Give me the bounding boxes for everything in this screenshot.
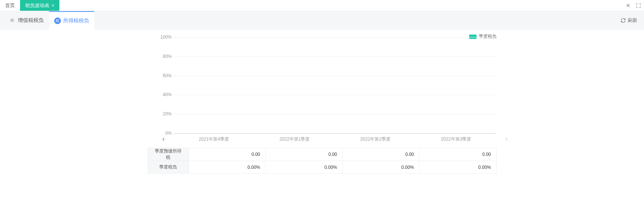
chevron-left-icon[interactable]: ‹: [163, 135, 165, 143]
table-cell: 0.00: [343, 148, 419, 161]
chart-x-axis: ‹ › 2021年第4季度2022年第1季度2022年第2季度2022年第3季度: [174, 134, 497, 145]
y-tick-label: 40%: [155, 92, 172, 97]
grid-line: [174, 37, 497, 37]
row-header: 季度预缴所得税: [148, 148, 189, 161]
x-tick-label: 2021年第4季度: [174, 136, 255, 142]
x-tick-label: 2022年第1季度: [254, 136, 335, 142]
x-tick-label: 2022年第2季度: [335, 136, 416, 142]
page-tab-tax-fluctuation-label: 税负波动表: [25, 2, 49, 9]
table-cell: 0.00: [189, 148, 265, 161]
sub-tab-vat[interactable]: 税 增值税税负: [4, 11, 49, 30]
sub-tab-income[interactable]: 税 所得税税负: [49, 11, 94, 30]
grid-line: [174, 76, 497, 76]
grid-line: [174, 95, 497, 95]
table-row: 季度预缴所得税0.000.000.000.00: [148, 148, 496, 161]
page-tab-home-label: 首页: [5, 2, 15, 9]
content-area: 季度税负 0%20%40%60%80%100% ‹ › 2021年第4季度202…: [0, 30, 644, 174]
refresh-button[interactable]: 刷新: [621, 11, 637, 30]
x-tick-label: 2022年第3季度: [416, 136, 497, 142]
y-tick-label: 100%: [155, 35, 172, 40]
y-tick-label: 20%: [155, 111, 172, 116]
table-row: 季度税负0.00%0.00%0.00%0.00%: [148, 161, 496, 174]
refresh-icon: [621, 18, 626, 23]
chevron-right-icon[interactable]: ›: [506, 135, 508, 143]
vat-icon: 税: [9, 17, 16, 24]
sub-tab-income-label: 所得税税负: [63, 17, 89, 24]
grid-line: [174, 114, 497, 114]
grid-line: [174, 56, 497, 57]
chart: 季度税负 0%20%40%60%80%100% ‹ › 2021年第4季度202…: [148, 37, 497, 145]
table-cell: 0.00%: [343, 161, 419, 174]
data-table: 季度预缴所得税0.000.000.000.00季度税负0.00%0.00%0.0…: [148, 148, 497, 174]
chart-plot: 0%20%40%60%80%100%: [174, 37, 497, 134]
close-all-icon[interactable]: ✕: [626, 2, 631, 9]
income-icon: 税: [54, 17, 61, 24]
table-cell: 0.00%: [419, 161, 496, 174]
fullscreen-icon[interactable]: [636, 3, 641, 8]
sub-tab-vat-label: 增值税税负: [18, 17, 44, 24]
refresh-label: 刷新: [628, 17, 637, 24]
y-tick-label: 60%: [155, 73, 172, 78]
sub-tab-bar: 税 增值税税负 税 所得税税负 刷新: [0, 11, 644, 30]
table-cell: 0.00: [419, 148, 496, 161]
page-tab-tax-fluctuation[interactable]: 税负波动表 ×: [20, 0, 59, 11]
table-cell: 0.00%: [189, 161, 265, 174]
page-tabs: 首页 税负波动表 × ✕: [0, 0, 644, 11]
table-cell: 0.00: [265, 148, 342, 161]
table-cell: 0.00%: [265, 161, 342, 174]
page-tab-actions: ✕: [626, 0, 641, 11]
y-tick-label: 80%: [155, 54, 172, 59]
page-tab-home[interactable]: 首页: [0, 0, 20, 11]
row-header: 季度税负: [148, 161, 189, 174]
close-icon[interactable]: ×: [52, 3, 54, 8]
